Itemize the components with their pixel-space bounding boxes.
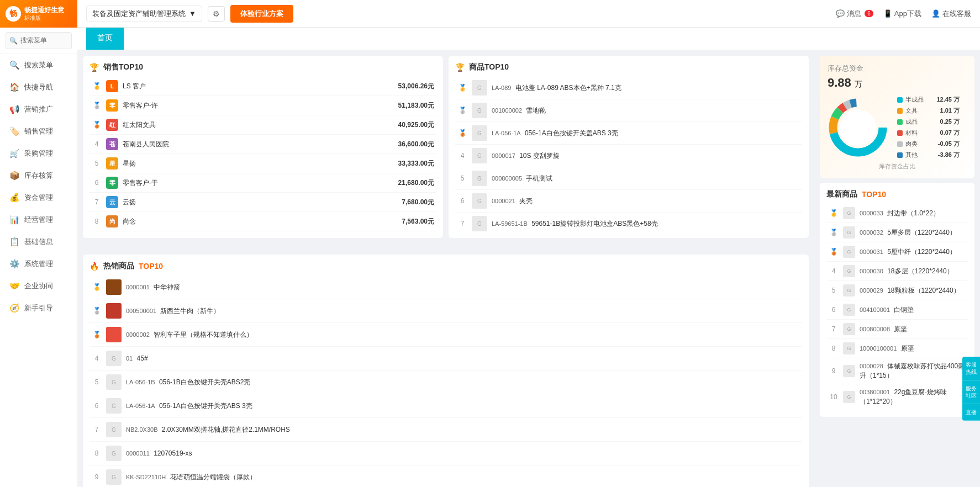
nav-label-system: 系统管理	[24, 259, 53, 269]
fire-icon: 🔥	[89, 262, 99, 271]
nav-label-search: 搜索菜单	[24, 60, 53, 70]
sidebar-item-guide[interactable]: 🧭 新手引导	[0, 297, 77, 319]
nav-label-marketing: 营销推广	[24, 104, 53, 114]
inventory-subtitle: 库存资金占比	[828, 162, 967, 171]
sidebar-item-marketing[interactable]: 📢 营销推广	[0, 98, 77, 120]
newest-product-info: 0000032 5厘多层（1220*2440）	[860, 228, 966, 237]
nav-label-company: 企业协同	[24, 281, 53, 291]
hot-product-row: 6 G LA-056-1A 056-1A白色按键开关壳ABS 3壳	[89, 394, 802, 418]
customer-badge: L	[106, 80, 118, 92]
sidebar-item-operation[interactable]: 📊 经营管理	[0, 209, 77, 231]
settings-button[interactable]: ⚙	[208, 6, 225, 22]
inventory-value: 9.88 万	[828, 76, 967, 90]
sidebar-item-quicknav[interactable]: 🏠 快捷导航	[0, 76, 77, 98]
customer-badge: 星	[106, 157, 118, 170]
newest-product-img: G	[843, 284, 855, 297]
guide-icon: 🧭	[9, 303, 20, 313]
product-thumbnail: G	[472, 148, 487, 163]
hot-product-name: 0000002 智利车子里（规格不知道填什么）	[126, 330, 800, 340]
main-panels: 🏆 销售TOP10 🥇 L LS 客户 53,006.26元 🥈 零 零售客户-…	[77, 50, 814, 487]
hot-product-img	[106, 303, 122, 319]
sales-rank-row: 🥉 红 红太阳文具 40,925.00元	[89, 115, 436, 135]
hot-product-name: LA-056-1A 056-1A白色按键开关壳ABS 3壳	[126, 401, 800, 411]
hot-rank-num: 🥇	[92, 283, 102, 291]
legend-value: 0.25 万	[926, 118, 960, 126]
hot-product-row: 🥈 000500001 新西兰牛肉（新牛）	[89, 299, 802, 323]
legend-label: 肉类	[905, 140, 924, 148]
page-tabs: 首页	[77, 28, 980, 50]
product-info: 001000002 雪地靴	[492, 106, 800, 115]
inventory-icon: 📦	[9, 171, 20, 181]
newest-product-row: 7 G 000800008 原垩	[826, 320, 968, 339]
newest-product-info: 0000033 封边带（1.0*22）	[860, 209, 966, 218]
product-info: LA-056-1A 056-1A白色按键开关盖ABS 3壳	[492, 129, 800, 138]
search-menu-button[interactable]: 🔍 搜索菜单	[6, 32, 72, 49]
app-download-button[interactable]: 📱 App下载	[883, 9, 921, 19]
hot-rank-num: 4	[92, 354, 102, 362]
hot-product-name: LA-056-1B 056-1B白色按键开关壳ABS2壳	[126, 378, 800, 387]
product-info: 000800005 手机测试	[492, 174, 800, 183]
newest-product-img: G	[843, 391, 855, 403]
service-icon: 👤	[931, 9, 940, 18]
newest-rank-num: 🥇	[829, 209, 839, 217]
inventory-card: 库存总资金 9.88 万 半成品	[820, 56, 974, 178]
customer-name: 零售客户-许	[123, 101, 394, 110]
newest-product-row: 🥉 G 0000031 5厘中纤（1220*2440）	[826, 242, 968, 262]
sidebar-item-system[interactable]: ⚙️ 系统管理	[0, 253, 77, 275]
rank-num: 7	[457, 220, 467, 227]
newest-product-img: G	[843, 265, 855, 277]
product-rank-row: 🥈 G 001000002 雪地靴	[455, 99, 802, 122]
sidebar-item-finance[interactable]: 💰 资金管理	[0, 187, 77, 209]
system-selector[interactable]: 装备及固定资产辅助管理系统 ▼	[86, 6, 202, 22]
sidebar-item-search[interactable]: 🔍 搜索菜单	[0, 54, 77, 76]
rank-num: 🥈	[457, 107, 467, 114]
trial-button[interactable]: 体验行业方案	[230, 5, 293, 23]
nav-label-guide: 新手引导	[24, 303, 53, 313]
nav-label-inventory: 库存核算	[24, 171, 53, 181]
hot-product-name: 0000011 12070519-xs	[126, 449, 800, 457]
cs-hotline-button[interactable]: 客服热线	[962, 357, 980, 380]
customer-badge: 云	[106, 196, 118, 208]
hot-product-img: G	[106, 446, 122, 461]
newest-products-header: 最新商品 TOP10	[826, 189, 968, 199]
sidebar-item-company[interactable]: 🤝 企业协同	[0, 275, 77, 297]
newest-product-row: 8 G 10000100001 原垩	[826, 339, 968, 358]
legend-label: 其他	[905, 151, 924, 159]
legend-item: 其他 -3.86 万	[897, 151, 960, 159]
sales-value: 51,183.00元	[398, 101, 434, 110]
newest-rank-num: 7	[829, 325, 839, 333]
hot-product-img: G	[106, 374, 122, 390]
hot-product-img: G	[106, 351, 122, 366]
sales-icon: 🏷️	[9, 126, 20, 136]
newest-product-row: 6 G 004100001 白钢垫	[826, 300, 968, 320]
top-sales-list: 🥇 L LS 客户 53,006.26元 🥈 零 零售客户-许 51,183.0…	[89, 77, 436, 231]
hot-rank-num: 🥈	[92, 307, 102, 315]
hot-product-row: 5 G LA-056-1B 056-1B白色按键开关壳ABS2壳	[89, 370, 802, 394]
rank-num: 🥉	[457, 129, 467, 137]
hot-products-list: 🥇 0000001 中华神箭 🥈 000500001 新西兰牛肉（新牛） 🥉 0…	[89, 276, 802, 487]
newest-product-img: G	[843, 304, 855, 316]
hot-products-title: 热销商品	[103, 261, 134, 271]
online-service-button[interactable]: 👤 在线客服	[931, 9, 971, 19]
purchase-icon: 🛒	[9, 149, 20, 158]
legend-item: 文具 1.01 万	[897, 107, 960, 115]
sidebar-item-purchase[interactable]: 🛒 采购管理	[0, 142, 77, 165]
product-thumbnail: G	[472, 125, 487, 141]
sidebar-item-sales[interactable]: 🏷️ 销售管理	[0, 120, 77, 142]
newest-product-row: 4 G 0000030 18多层（1220*2440）	[826, 262, 968, 281]
cs-community-button[interactable]: 服务社区	[962, 380, 980, 404]
sidebar-item-basic[interactable]: 📋 基础信息	[0, 231, 77, 253]
sidebar-item-inventory[interactable]: 📦 库存核算	[0, 165, 77, 187]
product-rank-row: 5 G 000800005 手机测试	[455, 167, 802, 190]
sales-value: 36,600.00元	[398, 140, 434, 149]
finance-icon: 💰	[9, 193, 20, 203]
newest-product-img: G	[843, 207, 855, 219]
message-button[interactable]: 💬 消息 6	[836, 9, 873, 19]
tab-home[interactable]: 首页	[86, 28, 124, 50]
cs-broadcast-button[interactable]: 直播	[962, 404, 980, 421]
product-rank-row: 6 G 0000021 夹壳	[455, 190, 802, 213]
hot-product-img	[106, 327, 122, 342]
customer-name: 红太阳文具	[123, 120, 394, 130]
rank-num: 🥇	[457, 84, 467, 92]
top-row: 🏆 销售TOP10 🥇 L LS 客户 53,006.26元 🥈 零 零售客户-…	[83, 56, 809, 244]
